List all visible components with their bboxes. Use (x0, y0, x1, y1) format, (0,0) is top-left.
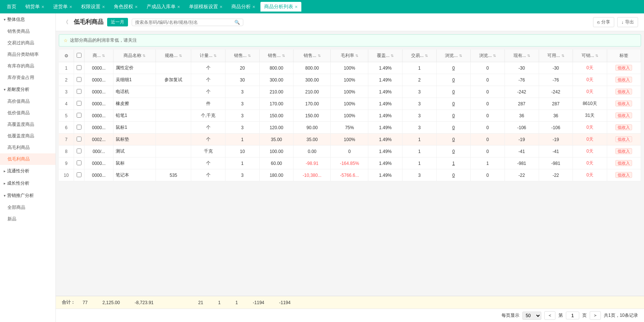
cell-checkbox[interactable] (74, 110, 84, 122)
sidebar-item-stocked-goods[interactable]: 有库存的商品 (0, 60, 55, 72)
row-checkbox[interactable] (77, 89, 81, 94)
nav-template-settings[interactable]: 单据模板设置 ✕ (185, 2, 226, 12)
col-select-all[interactable] (74, 50, 84, 62)
cell-browse1[interactable]: 0 (436, 134, 471, 146)
nav-role-auth[interactable]: 角色授权 ✕ (110, 2, 141, 12)
close-icon[interactable]: ✕ (177, 5, 180, 9)
sidebar-section-growth[interactable]: ▸ 成长性分析 (0, 177, 55, 189)
col-sales-qty[interactable]: 销售... ⇅ (225, 50, 260, 62)
close-icon[interactable]: ✕ (252, 5, 255, 9)
per-page-select[interactable]: 50 100 200 (522, 312, 541, 320)
nav-permissions[interactable]: 权限设置 ✕ (77, 2, 109, 12)
cell-checkbox[interactable] (74, 157, 84, 169)
nav-purchase-order[interactable]: 进货单 ✕ (49, 2, 76, 12)
sidebar-item-low-coverage[interactable]: 低覆盖度商品 (0, 130, 55, 142)
sidebar-item-new-goods[interactable]: 新品 (0, 213, 55, 225)
cell-name[interactable]: 鼠标1 (113, 122, 156, 134)
cell-checkbox[interactable] (74, 146, 84, 157)
cell-name[interactable]: 橡皮擦 (113, 98, 156, 110)
row-checkbox[interactable] (77, 149, 81, 153)
row-checkbox[interactable] (77, 113, 81, 118)
row-checkbox[interactable] (77, 101, 81, 106)
cell-name[interactable]: 鼠标 (113, 157, 156, 169)
cell-checkbox[interactable] (74, 62, 84, 74)
cell-checkbox[interactable] (74, 98, 84, 110)
cell-browse1[interactable]: 0 (436, 122, 471, 134)
col-gross-rate[interactable]: 毛利率 ⇅ (331, 50, 368, 62)
nav-sales-order[interactable]: 销货单 ✕ (22, 2, 48, 12)
share-button[interactable]: ⎋ 分享 (593, 17, 614, 27)
sidebar-section-overall[interactable]: ▾ 整体信息 (0, 13, 55, 26)
col-sellable[interactable]: 可销... ⇅ (573, 50, 607, 62)
col-spec[interactable]: 规格... ⇅ (156, 50, 191, 62)
sidebar-item-traded-goods[interactable]: 交易过的商品 (0, 37, 55, 49)
close-icon[interactable]: ✕ (41, 5, 44, 9)
cell-checkbox[interactable] (74, 86, 84, 98)
cell-browse1[interactable]: 0 (436, 98, 471, 110)
cell-checkbox[interactable] (74, 74, 84, 86)
sidebar-item-category-rate[interactable]: 商品分类助销率 (0, 49, 55, 60)
col-settings[interactable]: ⚙ (59, 50, 74, 62)
cell-browse1[interactable]: 0 (436, 146, 471, 157)
cell-name[interactable]: 吴细细1 (113, 74, 156, 86)
cell-browse1[interactable]: 0 (436, 86, 471, 98)
sidebar-item-high-coverage[interactable]: 高覆盖度商品 (0, 119, 55, 130)
next-page-button[interactable]: ＞ (590, 311, 601, 320)
col-browse1[interactable]: 浏览... ⇅ (436, 50, 471, 62)
export-button[interactable]: ↓ 导出 (617, 17, 638, 27)
close-icon[interactable]: ✕ (135, 5, 138, 9)
cell-browse1[interactable]: 0 (436, 62, 471, 74)
col-available[interactable]: 可用... ⇅ (539, 50, 573, 62)
cell-name[interactable]: 铅笔1 (113, 110, 156, 122)
row-checkbox[interactable] (77, 125, 81, 130)
cell-browse1[interactable]: 0 (436, 74, 471, 86)
cell-browse1[interactable]: 0 (436, 110, 471, 122)
row-checkbox[interactable] (77, 160, 81, 165)
col-sales-profit[interactable]: 销售... ⇅ (294, 50, 331, 62)
cell-browse1[interactable]: 1 (436, 157, 471, 169)
col-unit[interactable]: 计量... ⇅ (191, 50, 225, 62)
sidebar-item-low-value[interactable]: 低价值商品 (0, 107, 55, 119)
close-icon[interactable]: ✕ (295, 5, 298, 9)
page-number-input[interactable] (566, 312, 579, 319)
nav-home[interactable]: 首页 (3, 2, 20, 12)
row-checkbox[interactable] (77, 172, 81, 177)
col-trade[interactable]: 交易... ⇅ (403, 50, 437, 62)
cell-name[interactable]: 鼠标垫 (113, 134, 156, 146)
col-code[interactable]: 商... ⇅ (84, 50, 113, 62)
sidebar-item-high-margin[interactable]: 高毛利商品 (0, 142, 55, 153)
sidebar-collapse-btn[interactable]: 《 (62, 17, 70, 27)
cell-name[interactable]: 属性定价 (113, 62, 156, 74)
sidebar-section-marketing[interactable]: ▾ 营销推广分析 (0, 189, 55, 202)
col-coverage[interactable]: 覆盖... ⇅ (368, 50, 403, 62)
prev-page-button[interactable]: ＜ (544, 311, 555, 320)
close-icon[interactable]: ✕ (102, 5, 105, 9)
cell-checkbox[interactable] (74, 122, 84, 134)
sidebar-section-liquidity[interactable]: ▸ 流通性分析 (0, 165, 55, 177)
select-all-checkbox[interactable] (77, 53, 81, 58)
cell-checkbox[interactable] (74, 169, 84, 181)
search-icon[interactable]: 🔍 (234, 20, 240, 25)
row-checkbox[interactable] (77, 65, 81, 70)
close-icon[interactable]: ✕ (69, 5, 72, 9)
sidebar-item-stock-capital[interactable]: 库存资金占用 (0, 72, 55, 83)
cell-name[interactable]: 测试 (113, 146, 156, 157)
col-name[interactable]: 商品名称 ⇅ (113, 50, 156, 62)
row-checkbox[interactable] (77, 137, 81, 141)
sidebar-item-sales-goods[interactable]: 销售类商品 (0, 26, 55, 37)
nav-goods-analysis[interactable]: 商品分析 ✕ (228, 2, 259, 12)
row-checkbox[interactable] (77, 77, 81, 82)
date-filter-button[interactable]: 近一月 (107, 18, 128, 26)
nav-goods-analysis-list[interactable]: 商品分析列表 ✕ (260, 2, 301, 12)
cell-checkbox[interactable] (74, 134, 84, 146)
cell-browse1[interactable]: 0 (436, 169, 471, 181)
col-browse2[interactable]: 浏览... ⇅ (471, 50, 505, 62)
sidebar-item-high-value[interactable]: 高价值商品 (0, 96, 55, 107)
close-icon[interactable]: ✕ (220, 5, 222, 9)
sidebar-item-all-goods[interactable]: 全部商品 (0, 202, 55, 213)
sidebar-item-low-margin[interactable]: 低毛利商品 (0, 153, 55, 165)
cell-name[interactable]: 电话机 (113, 86, 156, 98)
sidebar-section-tolerance[interactable]: ▾ 差耐度分析 (0, 83, 55, 96)
search-input[interactable] (135, 20, 234, 25)
col-sales-amount[interactable]: 销售... ⇅ (259, 50, 294, 62)
